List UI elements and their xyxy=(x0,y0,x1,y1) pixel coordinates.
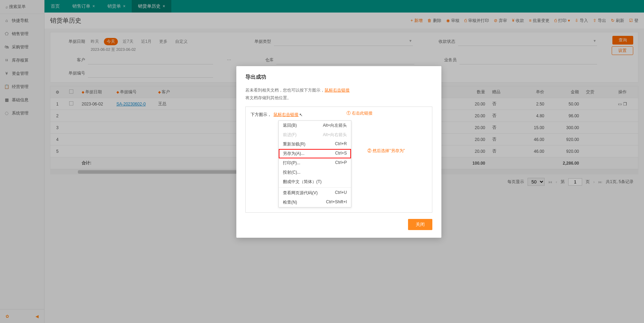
context-menu-item: 翻成中文（简体）(T) xyxy=(279,177,351,187)
export-success-modal: 导出成功 若未看到相关文档，您也可以按下方图示，鼠标右击链接 将文档存储到其他位… xyxy=(236,66,441,238)
context-menu-item: 返回(B)Alt+向左箭头 xyxy=(279,121,351,130)
context-menu-item: 投射(C)... xyxy=(279,168,351,177)
cursor-icon: ↖ xyxy=(299,112,303,117)
illus-link: 鼠标右击链接 xyxy=(274,112,299,118)
illustration: 下方图示， 鼠标右击链接 ↖ ① 右击此链接 返回(B)Alt+向左箭头前进(F… xyxy=(245,107,432,213)
modal-text: 若未看到相关文档，您也可以按下方图示，鼠标右击链接 将文档存储到其他位置。 xyxy=(245,87,432,102)
right-click-link[interactable]: 鼠标右击链接 xyxy=(325,88,350,93)
callout-1: ① 右击此链接 xyxy=(347,110,373,116)
context-menu-item: 前进(F)Alt+向右箭头 xyxy=(279,130,351,140)
context-menu-item: 重新加载(R)Ctrl+R xyxy=(279,140,351,149)
context-menu-item: 检查(N)Ctrl+Shift+I xyxy=(279,198,351,207)
context-menu-item: 查看网页源代码(V)Ctrl+U xyxy=(279,188,351,198)
close-button[interactable]: 关闭 xyxy=(408,219,432,230)
context-menu-item: 另存为(A)...Ctrl+S xyxy=(279,149,351,158)
callout-2: ② 然后选择"另存为" xyxy=(367,148,405,154)
modal-title: 导出成功 xyxy=(245,74,432,80)
context-menu-item: 打印(P)...Ctrl+P xyxy=(279,158,351,168)
context-menu: 返回(B)Alt+向左箭头前进(F)Alt+向右箭头重新加载(R)Ctrl+R另… xyxy=(278,120,351,207)
